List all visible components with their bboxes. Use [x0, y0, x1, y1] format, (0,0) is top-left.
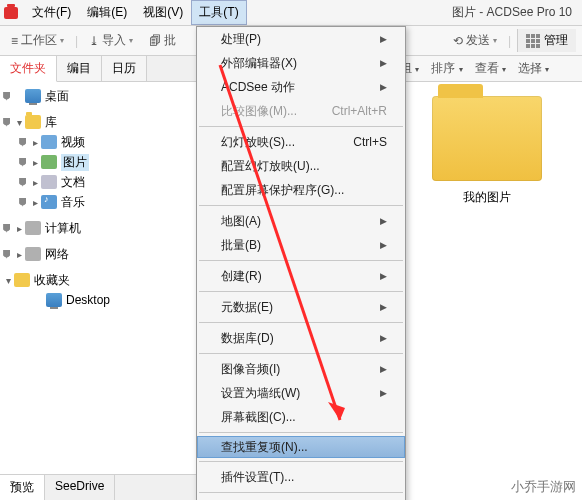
menu-metadata[interactable]: 元数据(E)▶ — [197, 295, 405, 319]
music-icon — [41, 195, 57, 209]
workspace-button[interactable]: ≡ 工作区 ▾ — [6, 29, 69, 52]
tree-videos[interactable]: ⛊▸视频 — [0, 132, 199, 152]
menu-separator — [199, 260, 403, 261]
desktop-icon — [46, 293, 62, 307]
tree-documents[interactable]: ⛊▸文档 — [0, 172, 199, 192]
computer-icon — [25, 221, 41, 235]
menu-tools[interactable]: 工具(T) — [191, 0, 246, 25]
menu-slideshow[interactable]: 幻灯放映(S)...Ctrl+S — [197, 130, 405, 154]
menu-separator — [199, 291, 403, 292]
folder-item[interactable]: 我的图片 — [422, 96, 552, 206]
menu-compare: 比较图像(M)...Ctrl+Alt+R — [197, 99, 405, 123]
tree-music[interactable]: ⛊▸音乐 — [0, 192, 199, 212]
favorites-icon — [14, 273, 30, 287]
folder-tree[interactable]: ⛊桌面 ⛊▾库 ⛊▸视频 ⛊▸图片 ⛊▸文档 ⛊▸音乐 ⛊▸计算机 ⛊▸网络 ▾… — [0, 82, 199, 474]
grid-icon — [526, 34, 540, 48]
preview-tabs: 预览 SeeDrive — [0, 474, 199, 500]
menu-create[interactable]: 创建(R)▶ — [197, 264, 405, 288]
menu-file[interactable]: 文件(F) — [24, 0, 79, 25]
network-icon — [25, 247, 41, 261]
video-icon — [41, 135, 57, 149]
menu-separator — [199, 205, 403, 206]
menu-separator — [199, 126, 403, 127]
tab-calendar[interactable]: 日历 — [102, 56, 147, 81]
picture-icon — [41, 155, 57, 169]
menu-acdsee-actions[interactable]: ACDSee 动作▶ — [197, 75, 405, 99]
menu-database[interactable]: 数据库(D)▶ — [197, 326, 405, 350]
sidebar-tabs: 文件夹 编目 日历 — [0, 56, 199, 82]
sidebar: 文件夹 编目 日历 ⛊桌面 ⛊▾库 ⛊▸视频 ⛊▸图片 ⛊▸文档 ⛊▸音乐 ⛊▸… — [0, 56, 200, 500]
menubar: 文件(F) 编辑(E) 视图(V) 工具(T) 图片 - ACDSee Pro … — [0, 0, 582, 26]
tree-favorites[interactable]: ▾收藏夹 — [0, 270, 199, 290]
select-button[interactable]: 选择 ▾ — [512, 56, 555, 81]
menu-separator — [199, 492, 403, 493]
menu-file-association[interactable]: 文件关联(F)... — [197, 496, 405, 500]
window-title: 图片 - ACDSee Pro 10 — [452, 4, 572, 21]
menu-wallpaper[interactable]: 设置为墙纸(W)▶ — [197, 381, 405, 405]
folder-label: 我的图片 — [422, 189, 552, 206]
document-icon — [41, 175, 57, 189]
manage-button[interactable]: 管理 — [517, 29, 576, 52]
app-logo-icon — [4, 7, 18, 19]
menu-plugin-settings[interactable]: 插件设置(T)... — [197, 465, 405, 489]
tree-pictures[interactable]: ⛊▸图片 — [0, 152, 199, 172]
tree-desktop[interactable]: ⛊桌面 — [0, 86, 199, 106]
menu-config-slideshow[interactable]: 配置幻灯放映(U)... — [197, 154, 405, 178]
tab-folders[interactable]: 文件夹 — [0, 56, 57, 82]
view-button[interactable]: 查看 ▾ — [469, 56, 512, 81]
content-toolbar: 组 ▾ 排序 ▾ 查看 ▾ 选择 ▾ — [394, 56, 582, 82]
menu-external-editor[interactable]: 外部编辑器(X)▶ — [197, 51, 405, 75]
menu-screenshot[interactable]: 屏幕截图(C)... — [197, 405, 405, 429]
desktop-icon — [25, 89, 41, 103]
tab-catalog[interactable]: 编目 — [57, 56, 102, 81]
menu-batch[interactable]: 批量(B)▶ — [197, 233, 405, 257]
send-button[interactable]: ⟲ 发送 ▾ — [448, 29, 502, 52]
menu-separator — [199, 461, 403, 462]
tree-computer[interactable]: ⛊▸计算机 — [0, 218, 199, 238]
menu-map[interactable]: 地图(A)▶ — [197, 209, 405, 233]
menu-separator — [199, 353, 403, 354]
watermark: 小乔手游网 — [511, 478, 576, 496]
tab-preview[interactable]: 预览 — [0, 475, 45, 500]
tree-fav-desktop[interactable]: Desktop — [0, 290, 199, 310]
menu-process[interactable]: 处理(P)▶ — [197, 27, 405, 51]
menu-find-duplicates[interactable]: 查找重复项(N)... — [197, 436, 405, 458]
library-icon — [25, 115, 41, 129]
menu-edit[interactable]: 编辑(E) — [79, 0, 135, 25]
menu-separator — [199, 432, 403, 433]
menu-view[interactable]: 视图(V) — [135, 0, 191, 25]
menu-separator — [199, 322, 403, 323]
batch-button[interactable]: 🗐 批 — [144, 29, 181, 52]
tools-dropdown: 处理(P)▶ 外部编辑器(X)▶ ACDSee 动作▶ 比较图像(M)...Ct… — [196, 26, 406, 500]
folder-icon — [432, 96, 542, 181]
menu-image-audio[interactable]: 图像音频(I)▶ — [197, 357, 405, 381]
menu-config-screensaver[interactable]: 配置屏幕保护程序(G)... — [197, 178, 405, 202]
import-button[interactable]: ⤓ 导入 ▾ — [84, 29, 138, 52]
sort-button[interactable]: 排序 ▾ — [425, 56, 468, 81]
tab-seedrive[interactable]: SeeDrive — [45, 475, 115, 500]
tree-library[interactable]: ⛊▾库 — [0, 112, 199, 132]
tree-network[interactable]: ⛊▸网络 — [0, 244, 199, 264]
